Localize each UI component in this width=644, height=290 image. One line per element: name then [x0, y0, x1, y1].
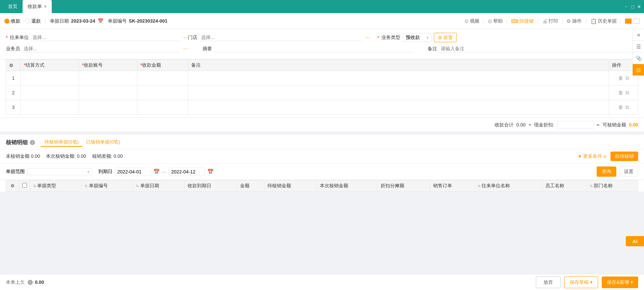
shop-more-icon[interactable]: ··· [365, 34, 370, 41]
window-min-icon[interactable]: － [624, 3, 628, 10]
row-action: 🗑 ⧉ [609, 100, 638, 115]
note-input[interactable] [439, 45, 638, 52]
row-settle[interactable] [21, 71, 79, 86]
limit-info-icon[interactable]: i [28, 280, 33, 285]
abandon-btn[interactable]: 放弃 [536, 277, 561, 288]
equals-sign: = [597, 122, 600, 128]
summary-input[interactable] [214, 45, 413, 52]
delete-icon[interactable]: 🗑 [618, 75, 623, 81]
gear-icon: ⚙ [438, 35, 442, 40]
range-label: 单据范围 [6, 168, 25, 175]
save-draft-btn[interactable]: 保存草稿 ▾ [564, 277, 598, 288]
home-tab[interactable]: 首页 [3, 0, 23, 13]
video-btn[interactable]: ⊙ 视频 [464, 18, 479, 24]
biz-type-label: 业务类型 [381, 34, 400, 41]
copy-icon[interactable]: ⧉ [625, 90, 629, 96]
ai-badge[interactable]: Ai [626, 236, 644, 246]
operation-label: 操作 [572, 18, 582, 24]
tab-label: 收款单 [28, 3, 42, 10]
shop-input[interactable] [200, 34, 362, 41]
copy-icon[interactable]: ⧉ [625, 104, 629, 110]
diff-stat: 核销差额: 0.00 [92, 153, 123, 160]
radio-receipt[interactable]: 收款 [4, 18, 20, 24]
discount-input[interactable] [557, 121, 594, 129]
range-select[interactable]: ▾ [27, 168, 93, 175]
delete-icon[interactable]: 🗑 [618, 104, 623, 110]
receipt-label: 收款 [11, 18, 20, 24]
row-amount[interactable] [137, 71, 188, 86]
more-filter-btn[interactable]: ▼ 更多条件 ∧ [577, 153, 607, 160]
row-account[interactable] [79, 100, 137, 115]
tab-bar-right: － □ ✕ [624, 3, 641, 10]
date-to-input[interactable] [169, 168, 205, 176]
sidebar-icon-1[interactable]: ≡ [633, 29, 644, 41]
checkout-title: 核销明细 [6, 139, 28, 146]
row-settle[interactable] [21, 86, 79, 100]
row-amount[interactable] [137, 100, 188, 115]
row-account[interactable] [79, 71, 137, 86]
layout-icon-2[interactable] [633, 19, 640, 24]
form-settings-btn[interactable]: ⚙ 设置 [434, 33, 457, 42]
due-date-field: 到期日 📅 — 📅 [98, 168, 213, 176]
row-remark[interactable] [188, 86, 609, 100]
col-checkbox-header[interactable] [19, 180, 30, 192]
layout-icons [625, 19, 640, 24]
close-tab-icon[interactable]: × [44, 4, 47, 9]
row-amount[interactable] [137, 86, 188, 100]
shortcut-btn[interactable]: ⌨ 快捷键 [511, 18, 534, 24]
partner-more-icon[interactable]: ··· [183, 34, 188, 41]
tab-pending[interactable]: 待核销单据(0笔) [41, 138, 82, 147]
date-to-icon[interactable]: 📅 [207, 169, 213, 175]
history-label: 历史单据 [598, 18, 617, 24]
col-settings[interactable]: ⚙ [6, 60, 21, 71]
checkout-info-icon[interactable]: i [30, 140, 35, 145]
auto-cancel-btn[interactable]: 自动核销 [610, 152, 638, 161]
save-new-btn[interactable]: 保存&新增 ▾ [602, 277, 638, 288]
toolbar-right: ⊙ 视频 | ⊙ 帮助 | ⌨ 快捷键 | 🖨 打印 | ⚙ 操作 | 📋 历史… [464, 18, 640, 24]
copy-icon[interactable]: ⧉ [625, 75, 629, 81]
refund-label: 退款 [31, 18, 41, 24]
window-max-icon[interactable]: □ [631, 4, 634, 9]
col-settings2[interactable]: ⚙ [6, 180, 19, 192]
partner-input[interactable] [31, 34, 180, 41]
sidebar-icon-2[interactable]: ☰ [633, 41, 644, 52]
history-btn[interactable]: 📋 历史单据 [590, 18, 617, 24]
staff-input[interactable] [22, 45, 180, 52]
toolbar: 收款 退款 单据日期 2023-03-24 📅 单据编号 SK-20230324… [0, 13, 644, 29]
history-icon: 📋 [590, 18, 597, 24]
footer-right: 放弃 保存草稿 ▾ 保存&新增 ▾ [536, 277, 638, 288]
row-account[interactable] [79, 86, 137, 100]
tab-done[interactable]: 已核销单据(0笔) [82, 138, 124, 147]
receipt-tab[interactable]: 收款单 × [23, 0, 52, 13]
row-remark[interactable] [188, 71, 609, 86]
discount-label: 现金折扣: [534, 122, 554, 128]
query-btn[interactable]: 查询 [597, 166, 616, 177]
sidebar-icon-4[interactable]: ⊡ [633, 64, 644, 76]
this-cancel-stat: 本次核销金额: 0.00 [46, 153, 86, 160]
print-label: 打印 [549, 18, 558, 24]
filter-settings-btn[interactable]: 设置 [619, 166, 638, 177]
sidebar-icon-3[interactable]: 📎 [633, 52, 644, 64]
print-btn[interactable]: 🖨 打印 [542, 18, 558, 24]
row-num: 2 [6, 86, 21, 100]
biz-type-select[interactable]: 预收款 ▾ [402, 33, 432, 42]
delete-icon[interactable]: 🗑 [618, 90, 623, 96]
plus-sign: + [529, 122, 531, 128]
radio-refund[interactable]: 退款 [25, 18, 41, 24]
row-remark[interactable] [188, 100, 609, 115]
operation-btn[interactable]: ⚙ 操作 [566, 18, 582, 24]
window-close-icon[interactable]: ✕ [637, 4, 641, 9]
layout-icon-1[interactable] [625, 19, 632, 24]
select-all-checkbox[interactable] [22, 183, 27, 188]
row-settle[interactable] [21, 100, 79, 115]
ai-label: Ai [633, 239, 637, 244]
shop-label: 门店 [188, 34, 197, 41]
help-btn[interactable]: ⊙ 帮助 [488, 18, 503, 24]
due-label: 到期日 [98, 168, 113, 175]
calendar-icon[interactable]: 📅 [98, 18, 103, 24]
checkout-tabs: 待核销单据(0笔) 已核销单据(0笔) [41, 138, 124, 147]
date-from-input[interactable] [115, 168, 151, 176]
date-from-icon[interactable]: 📅 [153, 169, 160, 175]
staff-more-icon[interactable]: ··· [183, 46, 188, 52]
filter-right: 查询 设置 [597, 166, 638, 177]
